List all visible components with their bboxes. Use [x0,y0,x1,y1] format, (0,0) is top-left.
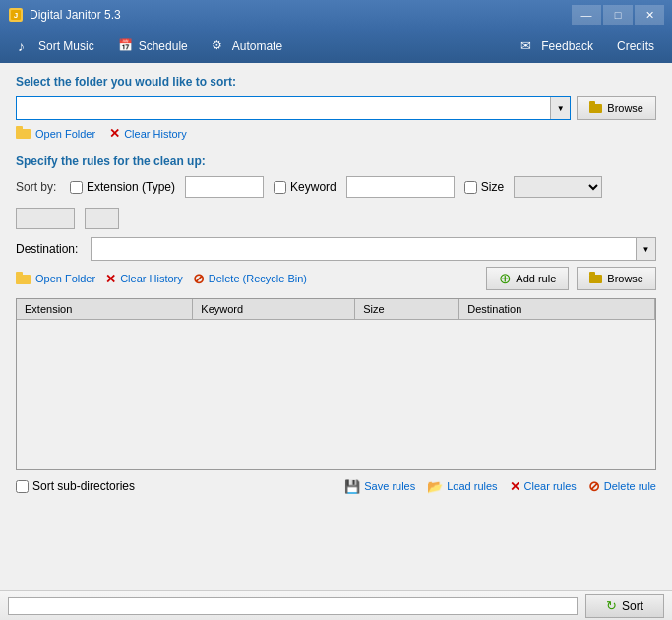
delete-icon: ⊘ [193,271,205,286]
folder-input-row: ▼ Browse [16,96,656,120]
title-bar: J Digital Janitor 5.3 — □ ✕ [0,0,672,30]
svg-rect-3 [589,104,602,113]
rules-open-folder-icon [16,272,31,286]
load-rules-link[interactable]: 📂 Load rules [427,479,497,494]
menu-feedback[interactable]: ✉ Feedback [511,34,603,58]
folder-combo-arrow[interactable]: ▼ [550,97,570,119]
bottom-links: 💾 Save rules 📂 Load rules ✕ Clear rules … [344,478,656,494]
destination-combo-arrow[interactable]: ▼ [636,238,655,260]
sort-bar: ↻ Sort [0,590,672,620]
folder-action-links: Open Folder ✕ Clear History [16,126,656,141]
size-value-input[interactable] [16,208,75,229]
browse-icon [589,272,603,285]
sort-by-label: Sort by: [16,180,60,194]
envelope-icon: ✉ [520,38,536,54]
menu-bar: ♪ Sort Music 📅 Schedule ⚙ Automate ✉ Fee… [0,30,672,63]
svg-rect-5 [16,129,31,139]
destination-input[interactable] [92,238,636,260]
rules-open-folder-link[interactable]: Open Folder [16,272,95,286]
keyword-checkbox[interactable] [274,181,286,194]
clear-rules-link[interactable]: ✕ Clear rules [510,479,577,494]
music-icon: ♪ [18,38,33,54]
destination-label: Destination: [16,242,85,256]
folder-clear-history-link[interactable]: ✕ Clear History [109,126,187,141]
browse-folder-icon [589,101,603,115]
svg-rect-4 [589,101,595,105]
load-icon: 📂 [427,479,443,494]
save-rules-link[interactable]: 💾 Save rules [344,479,415,494]
rules-table: Extension Keyword Size Destination [17,299,655,320]
folder-section-title: Select the folder you would like to sort… [16,75,656,89]
extension-label: Extension (Type) [87,180,175,194]
clear-rules-x-icon: ✕ [510,479,520,494]
rules-actions-row: Open Folder ✕ Clear History ⊘ Delete (Re… [16,267,656,290]
menu-credits[interactable]: Credits [607,35,664,57]
destination-combo-wrapper: ▼ [91,237,656,261]
folder-browse-label: Browse [607,102,643,114]
sort-progress-bar [8,597,578,615]
extension-group: Extension (Type) [70,180,175,194]
menu-sort-music[interactable]: ♪ Sort Music [8,34,104,58]
size-checkbox[interactable] [464,181,477,194]
automate-icon: ⚙ [212,38,227,54]
folder-browse-button[interactable]: Browse [577,96,656,120]
rules-section: Specify the rules for the clean up: Sort… [16,155,656,494]
rules-clear-history-x-icon: ✕ [105,272,116,286]
open-folder-icon [16,126,31,141]
svg-text:J: J [14,11,18,20]
col-destination: Destination [459,299,655,320]
extension-input[interactable] [185,176,264,198]
svg-rect-7 [16,275,31,284]
col-extension: Extension [17,299,193,320]
folder-input[interactable] [17,97,550,119]
extension-checkbox[interactable] [70,181,83,194]
sort-icon: ↻ [606,598,617,613]
sort-subdirs-group: Sort sub-directories [16,479,135,493]
svg-rect-8 [16,272,23,276]
rules-section-title: Specify the rules for the clean up: [16,155,656,168]
sort-subdirs-label: Sort sub-directories [32,479,135,493]
rules-table-container[interactable]: Extension Keyword Size Destination [16,298,656,470]
sort-subdirs-checkbox[interactable] [16,480,29,493]
sort-by-row: Sort by: Extension (Type) Keyword Size [16,176,656,229]
main-content: Select the folder you would like to sort… [0,63,672,620]
save-icon: 💾 [344,479,360,494]
rules-browse-button[interactable]: Browse [577,267,656,290]
folder-combo-wrapper: ▼ [16,96,571,120]
folder-section: Select the folder you would like to sort… [16,75,656,141]
menu-credits-label: Credits [617,39,654,53]
menu-automate[interactable]: ⚙ Automate [202,34,292,58]
sort-button-label: Sort [622,599,643,613]
keyword-group: Keyword [274,180,336,194]
menu-schedule[interactable]: 📅 Schedule [108,34,198,58]
close-button[interactable]: ✕ [635,5,664,25]
rules-delete-link[interactable]: ⊘ Delete (Recycle Bin) [193,271,307,286]
delete-rule-link[interactable]: ⊘ Delete rule [588,478,656,494]
size-group: Size [464,180,504,194]
destination-row: Destination: ▼ [16,237,656,261]
delete-rule-icon: ⊘ [588,478,600,494]
col-size: Size [355,299,459,320]
size-label: Size [481,180,504,194]
add-rule-button[interactable]: ⊕ Add rule [486,267,569,290]
clear-history-x-icon: ✕ [109,126,120,141]
minimize-button[interactable]: — [572,5,601,25]
svg-rect-6 [16,126,23,130]
menu-schedule-label: Schedule [139,39,188,53]
size-extra-input[interactable] [85,208,119,229]
window-controls: — □ ✕ [572,5,664,25]
maximize-button[interactable]: □ [603,5,633,25]
keyword-label: Keyword [290,180,336,194]
calendar-icon: 📅 [118,38,134,54]
app-icon: J [8,7,24,23]
col-keyword: Keyword [193,299,355,320]
folder-open-link[interactable]: Open Folder [16,126,95,141]
menu-automate-label: Automate [232,39,282,53]
rules-clear-history-link[interactable]: ✕ Clear History [105,272,183,286]
keyword-input[interactable] [346,176,455,198]
add-icon: ⊕ [499,270,512,287]
sort-button[interactable]: ↻ Sort [585,594,664,618]
size-select[interactable] [514,176,602,198]
window-title: Digital Janitor 5.3 [30,8,572,22]
menu-feedback-label: Feedback [541,39,593,53]
